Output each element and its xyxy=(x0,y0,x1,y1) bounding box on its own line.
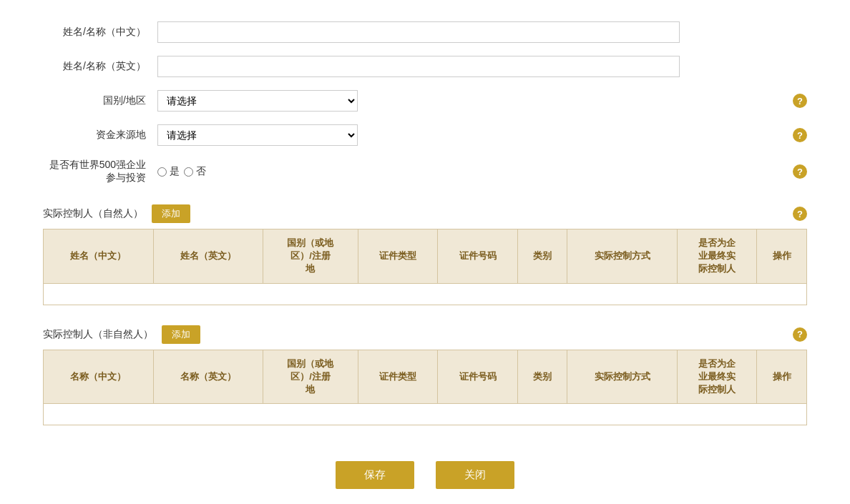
section1-empty-row xyxy=(44,283,807,305)
country-help-icon[interactable]: ? xyxy=(793,94,807,108)
section2-table-header-row: 名称（中文） 名称（英文） 国别（或地区）/注册地 证件类型 证件号码 类别 实… xyxy=(44,350,807,404)
section1-add-button[interactable]: 添加 xyxy=(152,204,190,223)
col-operation1: 操作 xyxy=(757,229,807,284)
col-cert-no2: 证件号码 xyxy=(438,350,518,404)
section1-empty-cell xyxy=(44,283,807,305)
col-country1: 国别（或地区）/注册地 xyxy=(263,229,358,284)
fund-source-label: 资金来源地 xyxy=(43,129,157,142)
save-button[interactable]: 保存 xyxy=(336,461,414,489)
col-is-final1: 是否为企业最终实际控制人 xyxy=(677,229,757,284)
col-control-method2: 实际控制方式 xyxy=(567,350,678,404)
section1-table: 姓名（中文） 姓名（英文） 国别（或地区）/注册地 证件类型 证件号码 类别 实… xyxy=(43,229,807,305)
section1-header: 实际控制人（自然人） 添加 ? xyxy=(43,199,807,229)
col-category1: 类别 xyxy=(517,229,567,284)
no-text: 否 xyxy=(196,165,206,178)
col-control-method1: 实际控制方式 xyxy=(567,229,678,284)
fund-source-row: 资金来源地 请选择 ? xyxy=(43,124,807,146)
fund-source-select[interactable]: 请选择 xyxy=(157,124,358,146)
col-cert-no1: 证件号码 xyxy=(438,229,518,284)
fortune500-label: 是否有世界500强企业参与投资 xyxy=(43,159,157,184)
name-cn-label: 姓名/名称（中文） xyxy=(43,26,157,39)
section1-table-wrapper: 姓名（中文） 姓名（英文） 国别（或地区）/注册地 证件类型 证件号码 类别 实… xyxy=(43,229,807,305)
country-select[interactable]: 请选择 xyxy=(157,90,358,112)
col-is-final2: 是否为企业最终实际控制人 xyxy=(677,350,757,404)
section2-title: 实际控制人（非自然人） xyxy=(43,328,153,341)
col-name-cn: 姓名（中文） xyxy=(44,229,154,284)
col-operation2: 操作 xyxy=(757,350,807,404)
col-category2: 类别 xyxy=(517,350,567,404)
yes-text: 是 xyxy=(170,165,180,178)
bottom-actions: 保存 关闭 xyxy=(43,461,807,489)
section1-title: 实际控制人（自然人） xyxy=(43,207,143,220)
fortune500-yes-label[interactable]: 是 xyxy=(157,165,180,178)
fortune500-radio-group: 是 否 xyxy=(157,165,206,178)
name-en-input[interactable] xyxy=(157,56,680,77)
col-name-en2: 名称（英文） xyxy=(153,350,263,404)
section2-table-wrapper: 名称（中文） 名称（英文） 国别（或地区）/注册地 证件类型 证件号码 类别 实… xyxy=(43,350,807,426)
fortune500-no-radio[interactable] xyxy=(184,167,193,177)
section1-table-header-row: 姓名（中文） 姓名（英文） 国别（或地区）/注册地 证件类型 证件号码 类别 实… xyxy=(44,229,807,284)
fund-source-help-icon[interactable]: ? xyxy=(793,128,807,142)
fortune500-yes-radio[interactable] xyxy=(157,167,167,177)
section2-header: 实际控制人（非自然人） 添加 ? xyxy=(43,320,807,350)
section1-help-icon[interactable]: ? xyxy=(793,207,807,221)
section2-table: 名称（中文） 名称（英文） 国别（或地区）/注册地 证件类型 证件号码 类别 实… xyxy=(43,350,807,426)
close-button[interactable]: 关闭 xyxy=(436,461,514,489)
section2-add-button[interactable]: 添加 xyxy=(162,325,200,344)
col-cert-type1: 证件类型 xyxy=(358,229,438,284)
name-cn-row: 姓名/名称（中文） xyxy=(43,21,807,43)
section2-help-icon[interactable]: ? xyxy=(793,327,807,342)
section2-empty-cell xyxy=(44,404,807,425)
col-cert-type2: 证件类型 xyxy=(358,350,438,404)
fortune500-row: 是否有世界500强企业参与投资 是 否 ? xyxy=(43,159,807,184)
fortune500-help-icon[interactable]: ? xyxy=(793,164,807,179)
country-label: 国别/地区 xyxy=(43,94,157,107)
col-name-en: 姓名（英文） xyxy=(153,229,263,284)
col-country2: 国别（或地区）/注册地 xyxy=(263,350,358,404)
country-row: 国别/地区 请选择 ? xyxy=(43,90,807,112)
name-en-label: 姓名/名称（英文） xyxy=(43,60,157,73)
name-en-row: 姓名/名称（英文） xyxy=(43,56,807,77)
fortune500-no-label[interactable]: 否 xyxy=(184,165,206,178)
section2-empty-row xyxy=(44,404,807,425)
col-name-cn2: 名称（中文） xyxy=(44,350,154,404)
name-cn-input[interactable] xyxy=(157,21,680,43)
